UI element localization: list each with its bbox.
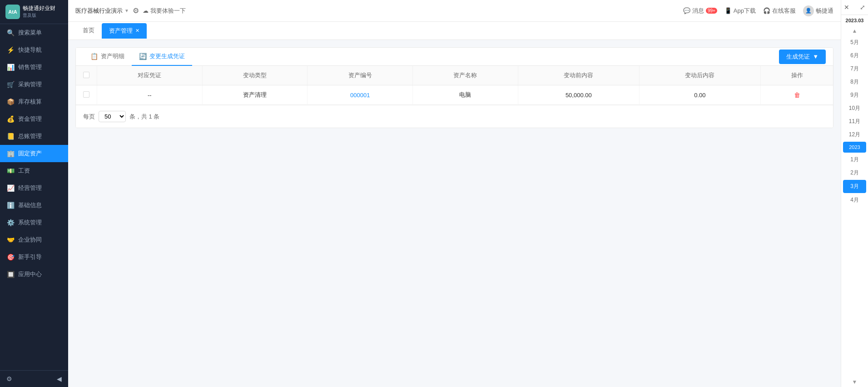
month-item[interactable]: 12月 [841, 128, 868, 141]
sidebar-item-quick-nav[interactable]: ⚡快捷导航 [0, 41, 68, 59]
topbar-settings-icon[interactable]: ⚙ [133, 6, 139, 15]
sidebar-item-label: 搜索菜单 [18, 29, 42, 37]
table-footer: 每页 102050100 条，共 1 条 [76, 105, 833, 128]
app-center-icon: 🔲 [6, 271, 15, 278]
sidebar-item-guide[interactable]: 🎯新手引导 [0, 248, 68, 266]
sidebar-item-funds[interactable]: 💰资金管理 [0, 110, 68, 128]
logo-icon: AtA [5, 5, 20, 19]
month-item[interactable]: 5月 [841, 36, 868, 49]
sidebar-item-ledger[interactable]: 📒总账管理 [0, 128, 68, 145]
customer-service-label: 在线客服 [772, 7, 796, 15]
panel-scroll-down-btn[interactable]: ▼ [841, 377, 868, 387]
tab-close-icon[interactable]: ✕ [135, 28, 139, 34]
company-selector[interactable]: 医疗器械行业演示 ▼ [75, 7, 129, 15]
before-change-cell: 50,000.00 [518, 85, 639, 105]
generate-voucher-label: 生成凭证 [786, 53, 810, 61]
generate-voucher-btn[interactable]: 生成凭证 ▼ [779, 50, 826, 64]
row-checkbox[interactable] [83, 91, 89, 98]
month-item[interactable]: 9月 [841, 89, 868, 102]
sidebar-item-operations[interactable]: 📈经营管理 [0, 179, 68, 197]
message-icon: 💬 [683, 7, 690, 14]
user-profile[interactable]: 👤 畅捷通 [803, 5, 833, 16]
avatar: 👤 [803, 5, 814, 16]
quick-nav-icon: ⚡ [6, 46, 15, 54]
message-label: 消息 [692, 7, 704, 15]
year-2023-label: 2023 [843, 142, 866, 153]
collapse-icon[interactable]: ◀ [57, 375, 62, 382]
logo-sub: 普及版 [23, 12, 55, 19]
right-panel-header: ✕ ⤢ [841, 0, 868, 15]
sidebar-item-label: 销售管理 [18, 63, 42, 71]
salary-icon: 💵 [6, 167, 15, 174]
app-download-btn[interactable]: 📱 App下载 [724, 7, 756, 15]
topbar: 医疗器械行业演示 ▼ ⚙ ☁ 我要体验一下 💬 消息 99+ 📱 App下载 🎧… [68, 0, 841, 22]
delete-icon[interactable]: 🗑 [794, 91, 800, 99]
month-item[interactable]: 4月 [841, 194, 868, 207]
content-area: 📋资产明细🔄变更生成凭证 生成凭证 ▼ 对应凭证变动类型资产编号资产名称变动前内… [68, 40, 841, 387]
sidebar-bottom: ⚙ ◀ [0, 370, 68, 387]
sidebar-item-fixed-assets[interactable]: 🏢固定资产 [0, 145, 68, 162]
message-btn[interactable]: 💬 消息 99+ [683, 7, 717, 15]
col-after-change: 变动后内容 [639, 66, 760, 85]
month-item[interactable]: 3月 [843, 180, 866, 193]
sidebar-item-inventory[interactable]: 📦库存核算 [0, 93, 68, 110]
app-download-label: App下载 [734, 7, 756, 15]
sidebar-item-label: 工资 [18, 167, 30, 175]
col-voucher: 对应凭证 [97, 66, 203, 85]
col-change-type: 变动类型 [202, 66, 308, 85]
fixed-assets-icon: 🏢 [6, 150, 15, 157]
sidebar-item-label: 总账管理 [18, 132, 42, 140]
purchase-icon: 🛒 [6, 81, 15, 88]
headset-icon: 🎧 [763, 7, 770, 14]
inventory-icon: 📦 [6, 98, 15, 105]
total-count-label: 条，共 1 条 [129, 113, 159, 121]
user-name: 畅捷通 [816, 7, 833, 15]
asset-name-cell: 电脑 [413, 85, 518, 105]
sub-tab-change-voucher[interactable]: 🔄变更生成凭证 [132, 48, 192, 66]
month-item[interactable]: 11月 [841, 115, 868, 128]
logo-text: 畅捷通好业财 [23, 5, 55, 12]
month-item[interactable]: 10月 [841, 102, 868, 115]
month-item[interactable]: 1月 [841, 153, 868, 166]
right-panel-expand-icon[interactable]: ⤢ [860, 4, 865, 11]
sidebar-item-system[interactable]: ⚙️系统管理 [0, 214, 68, 231]
sidebar-item-app-center[interactable]: 🔲应用中心 [0, 266, 68, 283]
tabbar: 首页资产管理 ✕ [68, 22, 841, 40]
operation-cell: 🗑 [761, 85, 833, 105]
sub-tab-asset-detail[interactable]: 📋资产明细 [83, 48, 132, 66]
experience-label: 我要体验一下 [150, 7, 186, 15]
sidebar-item-search[interactable]: 🔍搜索菜单 [0, 24, 68, 41]
after-change-cell: 0.00 [639, 85, 760, 105]
experience-btn[interactable]: ☁ 我要体验一下 [143, 7, 186, 15]
settings-icon[interactable]: ⚙ [6, 375, 12, 382]
per-page-select[interactable]: 102050100 [99, 111, 126, 122]
sidebar-item-label: 快捷导航 [18, 46, 42, 54]
generate-dropdown-icon: ▼ [813, 53, 818, 60]
month-item[interactable]: 6月 [841, 49, 868, 62]
main-area: 医疗器械行业演示 ▼ ⚙ ☁ 我要体验一下 💬 消息 99+ 📱 App下载 🎧… [68, 0, 841, 387]
panel-scroll-up-btn[interactable]: ▲ [841, 26, 868, 36]
system-icon: ⚙️ [6, 219, 15, 226]
sidebar-item-label: 库存核算 [18, 98, 42, 106]
table-row: -- 资产清理 000001 电脑 50,000.00 0.00 🗑 [76, 85, 833, 105]
sidebar-item-label: 固定资产 [18, 149, 42, 158]
sidebar-item-basic-info[interactable]: ℹ️基础信息 [0, 197, 68, 214]
customer-service-btn[interactable]: 🎧 在线客服 [763, 7, 796, 15]
month-item[interactable]: 8月 [841, 75, 868, 89]
row-checkbox-cell [76, 85, 97, 105]
month-item[interactable]: 7月 [841, 62, 868, 75]
tab-home[interactable]: 首页 [75, 23, 102, 39]
sidebar-item-label: 资金管理 [18, 115, 42, 123]
sidebar-item-sales[interactable]: 📊销售管理 [0, 59, 68, 76]
month-item[interactable]: 2月 [841, 166, 868, 179]
header-checkbox[interactable] [83, 72, 89, 78]
col-before-change: 变动前内容 [518, 66, 639, 85]
sidebar-item-enterprise[interactable]: 🤝企业协同 [0, 231, 68, 248]
right-panel-close-icon[interactable]: ✕ [844, 4, 849, 11]
sidebar-item-label: 系统管理 [18, 218, 42, 227]
table-wrap: 对应凭证变动类型资产编号资产名称变动前内容变动后内容操作 -- 资产清理 000… [76, 66, 833, 105]
tab-asset-mgmt[interactable]: 资产管理 ✕ [102, 23, 147, 39]
ledger-icon: 📒 [6, 133, 15, 140]
sidebar-item-salary[interactable]: 💵工资 [0, 162, 68, 179]
sidebar-item-purchase[interactable]: 🛒采购管理 [0, 76, 68, 93]
